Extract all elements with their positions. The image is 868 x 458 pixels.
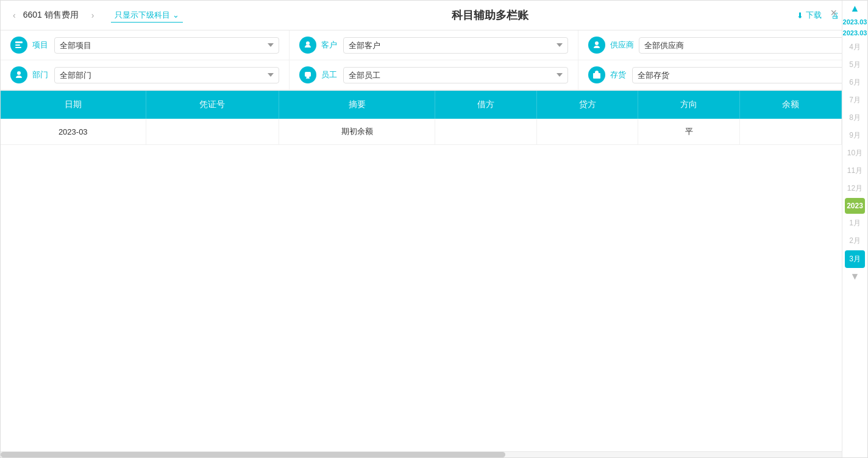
show-sub-button[interactable]: 只显示下级科目 ⌄	[111, 9, 183, 23]
timeline-item-10[interactable]: 10月	[842, 144, 867, 162]
svg-point-3	[595, 41, 599, 45]
inventory-label: 存货	[610, 69, 627, 80]
scrollbar-thumb[interactable]	[1, 452, 505, 457]
col-credit: 贷方	[536, 91, 638, 119]
cell-debit	[435, 119, 536, 145]
project-select[interactable]: 全部项目	[54, 37, 279, 54]
filter-bar: 项目 全部项目 客户 全部客户 供应商	[1, 30, 867, 91]
col-voucher: 凭证号	[146, 91, 279, 119]
supplier-icon	[588, 37, 605, 54]
employee-icon	[299, 66, 316, 83]
main-content: 日期 凭证号 摘要 借方 贷方 方向 余额 2023-03 期初余额	[1, 91, 867, 457]
prev-account-arrow[interactable]: ‹	[10, 9, 18, 21]
page-title: 科目辅助多栏账	[188, 8, 792, 23]
timeline-item-2023-03-end[interactable]: 2023.03	[842, 27, 867, 38]
download-icon: ⬇	[797, 11, 803, 20]
timeline-item-11[interactable]: 11月	[842, 162, 867, 180]
cell-summary: 期初余额	[279, 119, 435, 145]
svg-rect-0	[15, 41, 23, 43]
cell-direction: 平	[638, 119, 740, 145]
col-date: 日期	[1, 91, 146, 119]
cell-date: 2023-03	[1, 119, 146, 145]
timeline-item-4[interactable]: 4月	[842, 38, 867, 56]
svg-rect-6	[593, 73, 600, 79]
customer-select[interactable]: 全部客户	[343, 37, 568, 54]
timeline-item-1[interactable]: 1月	[842, 214, 867, 232]
timeline-year-2023[interactable]: 2023	[845, 198, 865, 214]
timeline-item-3-active[interactable]: 3月	[845, 250, 865, 268]
timeline-down-arrow[interactable]: ▼	[842, 269, 867, 284]
table-row: 2023-03 期初余额 平	[1, 119, 842, 145]
timeline-item-6[interactable]: 6月	[842, 74, 867, 91]
account-code-label: 6601 销售费用	[23, 10, 84, 21]
employee-select[interactable]: 全部员工	[343, 67, 568, 83]
timeline-item-8[interactable]: 8月	[842, 109, 867, 127]
filter-customer: 客户 全部客户	[290, 30, 578, 60]
timeline-item-5[interactable]: 5月	[842, 56, 867, 74]
supplier-select[interactable]: 全部供应商	[639, 37, 857, 54]
col-direction: 方向	[638, 91, 740, 119]
supplier-label: 供应商	[610, 40, 634, 51]
filter-department: 部门 全部部门	[1, 60, 290, 90]
timeline-item-7[interactable]: 7月	[842, 91, 867, 109]
project-label: 项目	[32, 40, 49, 51]
department-select[interactable]: 全部部门	[54, 67, 279, 83]
cell-balance	[740, 119, 842, 145]
inventory-icon	[588, 66, 605, 83]
svg-rect-2	[15, 47, 21, 48]
top-bar: ‹ 6601 销售费用 › 只显示下级科目 ⌄ 科目辅助多栏账 ⬇ 下载 🖨 打…	[1, 1, 867, 30]
filter-employee: 员工 全部员工	[290, 60, 578, 90]
employee-label: 员工	[321, 69, 338, 80]
cell-credit	[536, 119, 638, 145]
timeline-item-2023-03-start[interactable]: 2023.03	[842, 16, 867, 27]
svg-rect-1	[15, 44, 20, 46]
table-header-row: 日期 凭证号 摘要 借方 贷方 方向 余额	[1, 91, 842, 119]
customer-label: 客户	[321, 40, 338, 51]
table-container: 日期 凭证号 摘要 借方 贷方 方向 余额 2023-03 期初余额	[1, 91, 842, 451]
filter-inventory: 存货 全部存货	[578, 60, 867, 90]
timeline-item-2[interactable]: 2月	[842, 232, 867, 250]
department-label: 部门	[32, 69, 49, 80]
next-account-arrow[interactable]: ›	[89, 9, 97, 21]
download-button[interactable]: ⬇ 下载	[797, 10, 822, 21]
col-balance: 余额	[740, 91, 842, 119]
close-button[interactable]: ×	[830, 7, 837, 19]
col-debit: 借方	[435, 91, 536, 119]
department-icon	[10, 66, 27, 83]
timeline-up-arrow[interactable]: ▲	[842, 1, 867, 16]
horizontal-scrollbar[interactable]	[1, 451, 842, 457]
project-icon	[10, 37, 27, 54]
cell-voucher	[146, 119, 279, 145]
data-table: 日期 凭证号 摘要 借方 贷方 方向 余额 2023-03 期初余额	[1, 91, 842, 145]
col-summary: 摘要	[279, 91, 435, 119]
timeline-item-12[interactable]: 12月	[842, 180, 867, 197]
show-sub-chevron: ⌄	[173, 10, 179, 19]
show-sub-label: 只显示下级科目	[115, 10, 170, 21]
timeline-item-9[interactable]: 9月	[842, 127, 867, 144]
filter-supplier: 供应商 全部供应商	[578, 30, 867, 60]
svg-rect-5	[305, 72, 311, 77]
svg-point-4	[17, 71, 21, 75]
filter-project: 项目 全部项目	[1, 30, 290, 60]
customer-icon	[299, 37, 316, 54]
inventory-select[interactable]: 全部存货	[632, 67, 857, 83]
timeline-panel: ▲ 2023.03 2023.03 4月 5月 6月 7月 8月 9月 10月 …	[842, 1, 867, 457]
